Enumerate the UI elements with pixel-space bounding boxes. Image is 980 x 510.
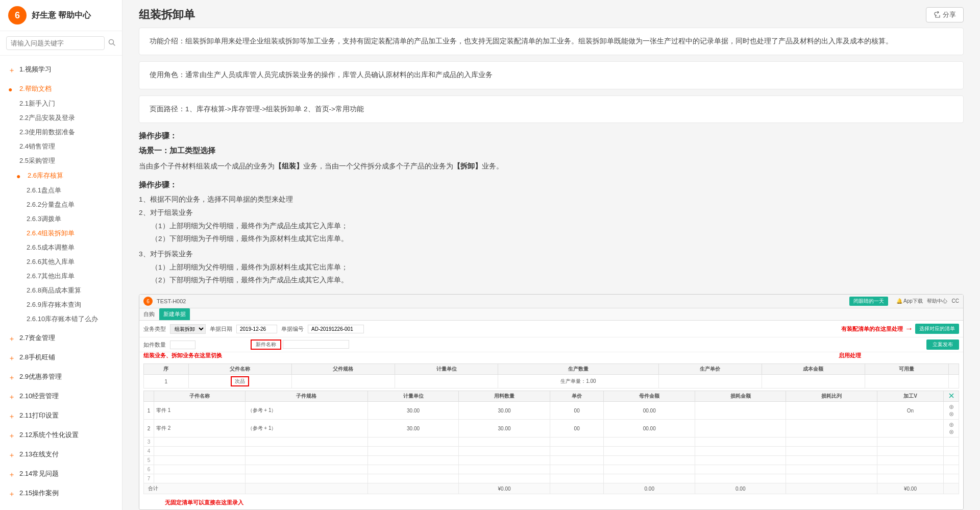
- ss-row3-lamount: [695, 438, 786, 447]
- sidebar-item-print-label: 2.11打印设置: [19, 411, 59, 420]
- ss-row7-name: [154, 474, 246, 483]
- ss-row2-copy-icon[interactable]: ⊕: [949, 421, 954, 428]
- ss-tab-zg[interactable]: 自购: [139, 308, 159, 320]
- nav-section-ops: ＋ 2.10经营管理: [0, 386, 122, 406]
- ss-footer-7: 0.00: [695, 483, 786, 494]
- search-input[interactable]: [6, 36, 105, 50]
- logo-text: 好生意 帮助中心: [32, 10, 91, 21]
- ss-row1-process-text: On: [907, 408, 914, 414]
- sidebar-item-purchase[interactable]: 2.5采购管理: [0, 154, 122, 168]
- search-icon[interactable]: [108, 38, 116, 48]
- ss-th2-loss-amount: 损耗金额: [695, 391, 786, 402]
- ss-row5-process: [877, 456, 943, 465]
- ss-tab-new[interactable]: 新建单据: [159, 308, 190, 320]
- sidebar-item-cost-recalc[interactable]: 2.6.8商品成本重算: [0, 283, 122, 298]
- nav-section-cases: ＋ 2.15操作案例: [0, 483, 122, 503]
- steps-sub-title: 操作步骤：: [139, 180, 964, 190]
- ss-new-btn[interactable]: 闭眼睛的一天: [849, 297, 888, 306]
- search-box: [0, 31, 122, 56]
- sidebar-item-faq[interactable]: ＋ 2.14常见问题: [0, 466, 122, 481]
- ss-num-input[interactable]: [308, 325, 364, 333]
- sidebar-item-partial-stocktake[interactable]: 2.6.2分量盘点单: [0, 198, 122, 212]
- ss-type-label: 业务类型: [143, 325, 166, 333]
- ss-date-input[interactable]: [236, 325, 277, 333]
- ss-row1-copy-icon[interactable]: ⊕: [949, 403, 954, 410]
- sidebar-item-video[interactable]: ＋ 1.视频学习: [0, 62, 122, 77]
- ss-row6-mamount: [604, 465, 695, 474]
- ss-footer-6: 0.00: [604, 483, 695, 494]
- scene1-desc: 当由多个子件材料组装成一个成品的业务为【组装】业务，当由一个父件拆分成多个子产品…: [139, 160, 964, 173]
- share-button[interactable]: 分享: [926, 7, 964, 22]
- sidebar-item-inventory[interactable]: ● 2.6库存核算: [0, 168, 122, 183]
- sidebar-item-cost-adjust[interactable]: 2.6.5成本调整单: [0, 240, 122, 255]
- sidebar-item-payment-label: 2.13在线支付: [19, 450, 59, 459]
- sidebar-item-inventory-book[interactable]: 2.6.9库存账本查询: [0, 298, 122, 312]
- sidebar-item-inventory-error[interactable]: 2.6.10库存账本错了么办: [0, 312, 122, 326]
- ss-name-input[interactable]: [283, 340, 349, 349]
- sidebar-item-cases[interactable]: ＋ 2.15操作案例: [0, 485, 122, 501]
- sidebar-item-other-out[interactable]: 2.6.7其他出库单: [0, 269, 122, 283]
- sidebar-item-newcomer[interactable]: 2.1新手入门: [0, 96, 122, 111]
- ss-th-unit: 计量单位: [395, 364, 498, 375]
- ss-row7-action: [944, 474, 959, 483]
- sidebar-item-data-prep[interactable]: 2.3使用前数据准备: [0, 125, 122, 139]
- ss-row1-action[interactable]: ⊕ ⊗: [944, 402, 959, 420]
- sidebar-item-assembly[interactable]: 2.6.4组装拆卸单: [0, 226, 122, 240]
- sidebar-item-ops[interactable]: ＋ 2.10经营管理: [0, 388, 122, 404]
- intro-text-2: 使用角色：通常由生产人员或库管人员完成拆装业务的操作，库管人员确认原材料的出库和…: [150, 71, 493, 79]
- ss-row1-lamount: [695, 402, 786, 420]
- ss-row4-unit: [368, 447, 459, 456]
- logo-icon: 6: [8, 6, 27, 25]
- sidebar-item-finance[interactable]: ＋ 2.7资金管理: [0, 330, 122, 346]
- ss-app-tabs: 自购 新建单据: [139, 308, 963, 321]
- ss-select-box: 新件名称: [251, 339, 281, 350]
- ss-row3-spec: [245, 438, 368, 447]
- ss-row7-price: [550, 474, 604, 483]
- ss-row3-process: [877, 438, 943, 447]
- ss-row2-del-icon[interactable]: ⊗: [949, 428, 954, 435]
- nav-section-customize: ＋ 2.12系统个性化设置: [0, 425, 122, 445]
- sidebar-item-other-in[interactable]: 2.6.6其他入库单: [0, 255, 122, 269]
- sidebar-item-mobile[interactable]: ＋ 2.8手机旺铺: [0, 350, 122, 365]
- ss-row4-lrate: [786, 447, 877, 456]
- ss-row6-qty: [459, 465, 550, 474]
- ss-row1-seq: 1: [144, 402, 154, 420]
- ss-td-6: [658, 375, 762, 388]
- ss-th2-seq: [144, 391, 154, 402]
- sidebar-item-help-docs[interactable]: ● 2.帮助文档: [0, 81, 122, 96]
- sidebar-item-sales[interactable]: 2.4销售管理: [0, 139, 122, 154]
- sidebar-item-payment[interactable]: ＋ 2.13在线支付: [0, 447, 122, 462]
- ss-row1-del-icon[interactable]: ⊗: [949, 410, 954, 418]
- ss-row5-name: [154, 456, 246, 465]
- ss-td-2: 次品: [188, 375, 291, 388]
- screenshot-inner: 6 TEST-H002 闭眼睛的一天 🔔 App下载 帮助中心 CC 自购 新建…: [139, 295, 963, 509]
- ss-row6-lamount: [695, 465, 786, 474]
- sidebar-item-transfer[interactable]: 2.6.3调拨单: [0, 212, 122, 226]
- ss-confirm-btn[interactable]: 立案发布: [926, 339, 959, 350]
- sidebar-item-customize-label: 2.12系统个性化设置: [19, 430, 79, 440]
- ss-row2-action[interactable]: ⊕ ⊗: [944, 420, 959, 438]
- ss-topbar: 6 TEST-H002 闭眼睛的一天 🔔 App下载 帮助中心 CC: [139, 295, 963, 308]
- ss-qty-input[interactable]: [170, 341, 195, 349]
- scene1-title: 场景一：加工类型选择: [139, 146, 964, 156]
- ss-upper-table-area: 序 父件名称 父件规格 计量单位 生产数量 生产单价 成本金额 可用量: [139, 360, 963, 390]
- sidebar-item-print[interactable]: ＋ 2.11打印设置: [0, 408, 122, 423]
- sidebar-item-install[interactable]: 2.2产品安装及登录: [0, 111, 122, 125]
- ss-type-select[interactable]: 组装拆卸: [170, 324, 206, 334]
- plus-icon: ＋: [8, 66, 15, 73]
- ss-row1-name: 零件 1: [154, 402, 246, 420]
- sidebar-item-customize[interactable]: ＋ 2.12系统个性化设置: [0, 427, 122, 443]
- plus-icon-10: ＋: [8, 470, 15, 477]
- ss-bottom-spacer: [139, 497, 963, 509]
- sidebar-item-stocktake[interactable]: 2.6.1盘点单: [0, 183, 122, 198]
- step-3-sub-2: （2）下部明细为子件明细，最终作为产成品生成其它入库单。: [139, 274, 964, 287]
- ss-th-parent-spec: 父件规格: [291, 364, 395, 375]
- ss-row4-spec: [245, 447, 368, 456]
- ss-bom-btn[interactable]: 选择对应的清单: [915, 324, 959, 334]
- ss-row3-qty: [459, 438, 550, 447]
- ss-row4-name: [154, 447, 246, 456]
- ss-th-available: 可用量: [865, 364, 948, 375]
- ss-footer-5: [550, 483, 604, 494]
- sidebar-item-coupon[interactable]: ＋ 2.9优惠券管理: [0, 369, 122, 384]
- ss-row3-mamount: [604, 438, 695, 447]
